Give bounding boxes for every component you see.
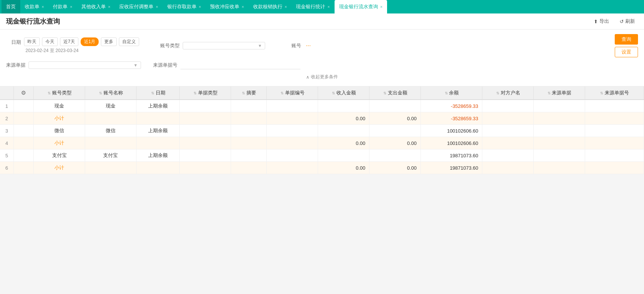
nav-label-prepay-offset: 预收冲应收单 [210, 3, 239, 10]
sort-arrows-balance: ⇅ [445, 91, 448, 95]
nav-item-home[interactable]: 首页 [2, 0, 20, 13]
sort-arrows-account-type: ⇅ [48, 91, 51, 95]
export-icon: ⬆ [594, 19, 598, 24]
cell-index: 1 [0, 100, 14, 112]
cell-gear [14, 137, 34, 149]
nav-item-receipt-verify[interactable]: 收款核销执行 × [249, 0, 291, 13]
cell-income: 0.00 [318, 137, 369, 149]
account-type-select[interactable]: ▼ [183, 42, 265, 49]
col-balance[interactable]: ⇅ 余额 [420, 87, 482, 100]
date-btn-more[interactable]: 更多 [101, 37, 117, 46]
nav-item-receipt[interactable]: 收款单 × [20, 0, 48, 13]
close-other-income[interactable]: × [108, 4, 110, 9]
col-summary[interactable]: ⇅ 摘要 [231, 87, 267, 100]
cell-source-doc-no [585, 162, 644, 174]
cell-counterparty [482, 125, 534, 137]
cell-gear [14, 162, 34, 174]
col-doc-type[interactable]: ⇅ 单据类型 [179, 87, 231, 100]
nav-item-bank-deposit[interactable]: 银行存取款单 × [163, 0, 206, 13]
nav-item-ar-ap-adjust[interactable]: 应收应付调整单 × [115, 0, 162, 13]
sort-arrows-date: ⇅ [151, 91, 154, 95]
export-button[interactable]: ⬆ 导出 [591, 16, 612, 26]
cell-doc-no [267, 137, 318, 149]
cell-expense: 0.00 [369, 137, 420, 149]
nav-label-receipt-verify: 收款核销执行 [253, 3, 282, 10]
date-options: 昨天 今天 近7天 近1月 更多 自定义 [24, 37, 139, 46]
date-btn-custom[interactable]: 自定义 [119, 37, 139, 46]
date-btn-7days[interactable]: 近7天 [60, 37, 78, 46]
cell-doc-no [267, 112, 318, 125]
cell-doc-no [267, 149, 318, 162]
cell-income [318, 149, 369, 162]
collapse-label: 收起更多条件 [311, 74, 338, 80]
nav-item-payment[interactable]: 付款单 × [48, 0, 77, 13]
cell-balance: 19871073.60 [420, 149, 482, 162]
nav-label-cash-bank-flow: 现金银行流水查询 [339, 3, 378, 10]
gear-icon[interactable]: ⚙ [21, 90, 26, 96]
cell-counterparty [482, 162, 534, 174]
source-doc-no-input[interactable] [182, 62, 299, 68]
date-btn-1month[interactable]: 近1月 [81, 37, 99, 46]
cell-account-type: 支付宝 [34, 149, 85, 162]
cell-account-name [85, 112, 136, 125]
query-button[interactable]: 查询 [615, 34, 638, 45]
close-cash-bank-flow[interactable]: × [380, 4, 383, 9]
sort-arrows-counterparty: ⇅ [496, 91, 499, 95]
cell-account-name [85, 162, 136, 174]
cell-doc-type [179, 137, 231, 149]
close-ar-ap-adjust[interactable]: × [156, 4, 158, 9]
col-date[interactable]: ⇅ 日期 [136, 87, 179, 100]
table-row: 6 小计 0.00 0.00 19871073.60 [0, 162, 644, 174]
col-counterparty[interactable]: ⇅ 对方户名 [482, 87, 534, 100]
refresh-button[interactable]: ↺ 刷新 [617, 16, 638, 26]
collapse-bar[interactable]: ∧ 收起更多条件 [6, 72, 638, 82]
date-btn-yesterday[interactable]: 昨天 [24, 37, 40, 46]
page-header: 现金银行流水查询 ⬆ 导出 ↺ 刷新 [0, 13, 644, 30]
date-btn-today[interactable]: 今天 [42, 37, 58, 46]
col-account-type[interactable]: ⇅ 账号类型 [34, 87, 85, 100]
cell-account-type: 现金 [34, 100, 85, 112]
table-body: 1 现金 现金 上期余额 -3528659.33 2 小计 0.00 0.00 … [0, 100, 644, 174]
cell-counterparty [482, 149, 534, 162]
cell-gear [14, 112, 34, 125]
nav-item-prepay-offset[interactable]: 预收冲应收单 × [206, 0, 248, 13]
table-row: 1 现金 现金 上期余额 -3528659.33 [0, 100, 644, 112]
close-receipt[interactable]: × [42, 4, 44, 9]
col-account-name[interactable]: ⇅ 账号名称 [85, 87, 136, 100]
cell-balance: -3528659.33 [420, 100, 482, 112]
col-income[interactable]: ⇅ 收入金额 [318, 87, 369, 100]
filter-area: 日期 昨天 今天 近7天 近1月 更多 自定义 2023-02-24 至 202… [0, 30, 644, 87]
close-prepay-offset[interactable]: × [242, 4, 244, 9]
cell-date: 上期余额 [136, 100, 179, 112]
source-doc-select[interactable]: ▼ [29, 61, 141, 69]
cell-expense [369, 125, 420, 137]
setting-button[interactable]: 设置 [615, 47, 638, 57]
col-gear[interactable]: ⚙ [14, 87, 34, 100]
cell-source-doc [533, 137, 585, 149]
cell-account-name: 微信 [85, 125, 136, 137]
table-row: 3 微信 微信 上期余额 100102606.60 [0, 125, 644, 137]
cell-balance: 100102606.60 [420, 125, 482, 137]
cell-summary [231, 149, 267, 162]
source-doc-no-label: 来源单据号 [153, 62, 177, 69]
col-doc-no[interactable]: ⇅ 单据编号 [267, 87, 318, 100]
col-source-doc-no[interactable]: ⇅ 来源单据号 [585, 87, 644, 100]
col-source-doc[interactable]: ⇅ 来源单据 [533, 87, 585, 100]
table-row: 2 小计 0.00 0.00 -3528659.33 [0, 112, 644, 125]
cell-index: 6 [0, 162, 14, 174]
account-dots[interactable]: ··· [306, 42, 311, 49]
close-receipt-verify[interactable]: × [285, 4, 287, 9]
nav-label-other-income: 其他收入单 [81, 3, 106, 10]
account-label: 账号 [286, 42, 301, 49]
col-expense[interactable]: ⇅ 支出金额 [369, 87, 420, 100]
close-payment[interactable]: × [70, 4, 72, 9]
nav-item-cash-bank-stat[interactable]: 现金银行统计 × [291, 0, 334, 13]
nav-item-other-income[interactable]: 其他收入单 × [77, 0, 115, 13]
nav-item-cash-bank-flow[interactable]: 现金银行流水查询 × [335, 0, 387, 13]
sort-arrows-doc-type: ⇅ [194, 91, 197, 95]
close-cash-bank-stat[interactable]: × [327, 4, 330, 9]
cell-doc-type [179, 125, 231, 137]
export-label: 导出 [599, 18, 609, 25]
close-bank-deposit[interactable]: × [199, 4, 201, 9]
cell-index: 5 [0, 149, 14, 162]
